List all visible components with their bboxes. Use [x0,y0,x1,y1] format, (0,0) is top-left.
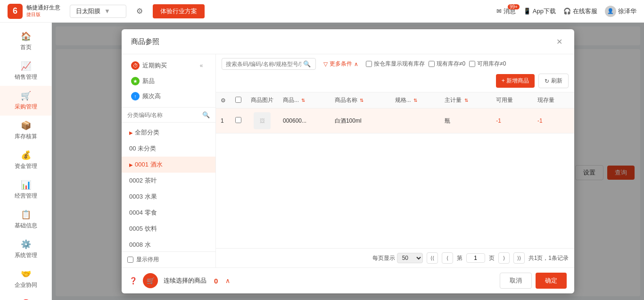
row-name: 白酒100ml [330,108,390,133]
next-page-button[interactable]: ⟩ [498,252,510,264]
nav-right: ✉ 消息 99+ 📱 App下载 🎧 在线客服 👤 徐泽华 [496,6,636,17]
row-checkbox[interactable] [235,117,241,123]
category-item-beverage[interactable]: 0005 饮料 [122,221,215,237]
collapse-icon[interactable]: « [197,61,206,70]
sidebar-item-operation[interactable]: 📊 经营管理 [0,175,51,205]
app-download-nav-item[interactable]: 📱 App下载 [523,7,556,16]
filter-more-button[interactable]: ▽ 更多条件 ∧ [320,58,362,70]
inventory-icon: 📦 [21,120,31,131]
product-reference-modal: 商品参照 ✕ ⏱ 近期购买 « [122,29,574,293]
messages-badge: 99+ [508,4,520,9]
modal-header: 商品参照 ✕ [122,29,574,54]
category-search-input[interactable] [127,112,199,118]
th-name[interactable]: 商品名称 ⇅ [330,92,390,108]
new-icon: ★ [131,77,140,85]
select-all-checkbox[interactable] [235,97,241,103]
modal-close-button[interactable]: ✕ [553,36,565,47]
confirm-button[interactable]: 确定 [536,273,567,289]
category-item-snack[interactable]: 0004 零食 [122,205,215,221]
quick-item-frequent[interactable]: ↑ 频次高 [127,89,210,103]
online-service-nav-item[interactable]: 🎧 在线客服 [563,7,597,16]
th-code[interactable]: 商品... ⇅ [278,92,330,108]
row-image-cell: 🖼 [246,108,278,133]
page-label-end: 页 [489,254,495,262]
refresh-button[interactable]: ↻ 刷新 [538,74,569,88]
category-item-all[interactable]: ▶ 全部分类 [122,125,215,141]
sidebar-item-enterprise[interactable]: 🤝 企业协同 [0,264,51,294]
sidebar-item-home[interactable]: 🏠 首页 [0,26,51,56]
modal-footer: ❓ 🛒 连续选择的商品 0 ∧ 取消 确定 [122,267,574,293]
column-settings-icon[interactable]: ⚙ [221,97,226,104]
logo-area: 6 畅捷通好生意 捷目版 [8,4,64,19]
filter-up-icon: ∧ [354,61,358,67]
th-spec[interactable]: 规格... ⇅ [390,92,440,108]
spec-sort-icon: ⇅ [413,98,417,103]
page-size-dropdown[interactable]: 20 50 100 [397,253,423,263]
th-available: 可用量 [491,92,533,108]
category-search-icon[interactable]: 🔍 [202,111,210,118]
category-item-liquor[interactable]: ▶ 0001 酒水 [122,157,215,173]
page-size-select: 每页显示 20 50 100 [372,253,423,263]
sidebar-item-system[interactable]: ⚙️ 系统管理 [0,234,51,264]
available-stock-checkbox[interactable] [429,61,435,67]
store-selector[interactable]: 日太阳膜 ▼ [70,5,126,18]
filter-icon: ▽ [323,61,328,67]
th-unit[interactable]: 主计量 ⇅ [440,92,491,108]
system-icon: ⚙️ [21,239,31,250]
sidebar-item-basic[interactable]: 📋 基础信息 [0,205,51,234]
category-item-water[interactable]: 0008 水 [122,237,215,251]
warehouse-checkbox[interactable] [366,61,372,67]
product-search-wrap: 🔍 [222,58,316,70]
all-arrow-icon: ▶ [129,130,133,135]
sidebar-item-sales[interactable]: 📈 销售管理 [0,56,51,86]
message-icon: ✉ [496,8,502,15]
top-nav: 6 畅捷通好生意 捷目版 日太阳膜 ▼ ⚙ 体验行业方案 ✉ 消息 99+ 📱 … [0,0,644,23]
quick-item-recent[interactable]: ⏱ 近期购买 « [127,58,210,73]
messages-nav-item[interactable]: ✉ 消息 99+ [496,7,516,16]
sidebar-item-purchase[interactable]: 🛒 采购管理 [0,86,51,116]
sidebar-item-guide[interactable]: 🎯 新手引导 [0,294,51,300]
page-number-input[interactable] [466,253,485,263]
category-item-fruit[interactable]: 0003 水果 [122,189,215,205]
row-available: -1 [491,108,533,133]
image-placeholder-icon: 🖼 [260,118,265,124]
brand-sub: 捷目版 [26,11,60,18]
show-disabled-checkbox[interactable] [127,257,133,263]
cart-button[interactable]: 🛒 [143,273,158,288]
sidebar-item-finance[interactable]: 💰 资金管理 [0,145,51,175]
sidebar-item-inventory[interactable]: 📦 库存核算 [0,116,51,145]
modal-overlay: 商品参照 ✕ ⏱ 近期购买 « [52,23,644,300]
trial-button[interactable]: 体验行业方案 [153,4,205,18]
category-panel: ⏱ 近期购买 « ★ 新品 ↑ 频次高 [122,54,216,267]
product-search-input[interactable] [226,61,301,67]
modal-title: 商品参照 [131,37,159,46]
product-image: 🖼 [254,112,271,129]
username: 徐泽华 [618,7,636,16]
settings-icon[interactable]: ⚙ [132,4,147,19]
cancel-button[interactable]: 取消 [500,273,532,289]
category-item-unclassified[interactable]: 00 未分类 [122,141,215,157]
footer-collapse-icon[interactable]: ∧ [225,277,230,284]
category-quick: ⏱ 近期购买 « ★ 新品 ↑ 频次高 [122,54,215,108]
quick-item-new[interactable]: ★ 新品 [127,74,210,88]
code-sort-icon: ⇅ [301,98,305,103]
user-nav-item[interactable]: 👤 徐泽华 [605,6,636,17]
first-page-button[interactable]: ⟨⟨ [427,252,438,264]
add-product-button[interactable]: + 新增商品 [496,74,535,88]
brand-name: 畅捷通好生意 [26,4,60,12]
row-stock: -1 [533,108,574,133]
product-table-wrap: ⚙ 商品图片 [216,92,574,248]
usable-stock-checkbox[interactable] [469,61,475,67]
table-row[interactable]: 1 🖼 [216,108,574,133]
product-toolbar: 🔍 ▽ 更多条件 ∧ 按仓库显示现有库存 [216,54,574,92]
show-disabled-label: 显示停用 [136,256,159,264]
category-item-tea[interactable]: 0002 茶叶 [122,173,215,189]
th-checkbox [231,92,246,108]
last-page-button[interactable]: ⟩⟩ [513,252,525,264]
sales-icon: 📈 [21,61,31,71]
search-icon[interactable]: 🔍 [303,60,311,67]
liquor-arrow-icon: ▶ [129,162,133,167]
prev-page-button[interactable]: ⟨ [442,252,453,264]
table-header: ⚙ 商品图片 [216,92,574,108]
help-icon[interactable]: ❓ [129,277,137,284]
